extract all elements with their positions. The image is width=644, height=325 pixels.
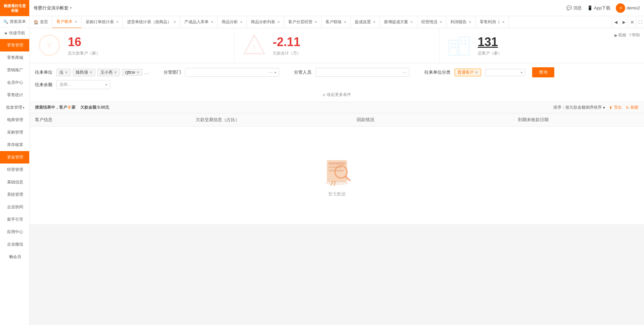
sidebar-item-app-center[interactable]: 应用中心 (0, 226, 29, 238)
filter-tag-cjttcw-close[interactable]: ✕ (136, 70, 139, 75)
tab-scroll-right[interactable]: ▶ (620, 16, 628, 28)
video-help-button[interactable]: ▶ 视频 (614, 32, 626, 38)
tab-close-all[interactable]: ✕ (628, 16, 636, 28)
sidebar-item-marketing[interactable]: 营销推广 (0, 64, 29, 76)
sidebar-item-enterprise[interactable]: 企业协同 (0, 201, 29, 213)
collapse-button[interactable]: ∧ 收起更多条件 (323, 92, 351, 98)
app-download-button[interactable]: 📱 App下载 (587, 5, 610, 11)
tab-close-customer-contact[interactable]: ✕ (344, 20, 346, 24)
filter-row-2: 往来余额 选择... ▾ (35, 80, 639, 89)
sidebar-item-retail-mall[interactable]: 零售商城 (0, 51, 29, 64)
search-result-text: 搜索结果中，客户 0 家 欠款金额 0.00元 (35, 105, 109, 110)
tab-product-analysis-list[interactable]: 商品分析列表 ✕ (247, 16, 284, 28)
sidebar-item-new-guide[interactable]: 新手引导 (0, 213, 29, 226)
tab-close-business-status[interactable]: ✕ (439, 20, 442, 24)
tab-retail-profit[interactable]: 零售利润（ ✕ (476, 16, 509, 28)
tab-close-profit-report[interactable]: ✕ (469, 20, 471, 24)
sidebar-item-batch-mgmt[interactable]: 批发管理 ▾ (0, 101, 29, 114)
tab-profit-report[interactable]: 利润报告 ✕ (446, 16, 476, 28)
sort-selector[interactable]: 排序：按欠款金额倒序排序 ▾ (553, 105, 605, 110)
tab-close-reminder-settings[interactable]: ✕ (373, 20, 376, 24)
table-col-repayment: 回款情况 (357, 117, 518, 123)
export-button[interactable]: ⬇ 导出 (609, 105, 622, 110)
sidebar-item-inventory[interactable]: 库存核算 (0, 139, 29, 151)
workspace-name: 母婴行业演示帐套 (34, 5, 69, 11)
star-icon: ★ (4, 31, 8, 36)
filter-tag-cjttcw[interactable]: cjttcw ✕ (122, 69, 142, 76)
main-area: 母婴行业演示帐套 ▾ 💬 消息 📱 App下载 d demo2 (30, 0, 644, 325)
sidebar-item-sys-mgmt[interactable]: 系统管理 (0, 188, 29, 201)
query-button[interactable]: 查询 (532, 67, 554, 77)
stat-block-debt: ! -2.11 欠款合计（万） (234, 28, 439, 63)
filter-unit-more[interactable]: ... (144, 69, 149, 75)
filter-person-select[interactable]: ··· (315, 68, 410, 77)
stat2-label: 欠款合计（万） (273, 50, 301, 56)
tab-business-status[interactable]: 经营情况 ✕ (417, 16, 446, 28)
tab-scroll-left[interactable]: ◀ (612, 16, 620, 28)
tab-close-new-achievement[interactable]: ✕ (410, 20, 413, 24)
sidebar-item-ops[interactable]: 经营管理 (0, 164, 29, 176)
tab-close-production-in[interactable]: ✕ (211, 20, 213, 24)
sidebar-item-basic-info[interactable]: 基础信息 (0, 176, 29, 188)
tab-close-inventory-stats[interactable]: ✕ (173, 20, 176, 24)
sidebar-item-ecommerce[interactable]: 电商管理 (0, 114, 29, 126)
building-bg-icon (447, 33, 471, 57)
tab-maximize[interactable]: ⛶ (636, 16, 644, 28)
refresh-icon: ↻ (626, 105, 629, 110)
tab-close-purchase-orders[interactable]: ✕ (116, 20, 119, 24)
tab-bar: 🏠 首页 客户账本 ✕ 采购订单统计表 ✕ 进货单统计表（按商品） ✕ 产成品入… (30, 16, 644, 28)
search-result-bar: 搜索结果中，客户 0 家 欠款金额 0.00元 排序：按欠款金额倒序排序 ▾ ⬇… (30, 102, 644, 113)
tab-close-customer-tier[interactable]: ✕ (314, 20, 317, 24)
filter-category-tag-general[interactable]: 普通客户 ✕ (455, 69, 481, 76)
filter-tag-chen-close[interactable]: ✕ (89, 70, 92, 75)
tab-close-accounts[interactable]: ✕ (75, 20, 77, 24)
tab-product-analysis[interactable]: 商品分析 ✕ (218, 16, 247, 28)
filter-category-tag-close[interactable]: ✕ (475, 70, 478, 75)
tab-production-in[interactable]: 产成品入库单 ✕ (180, 16, 218, 28)
tab-home[interactable]: 🏠 首页 (30, 16, 52, 28)
tab-customer-contact[interactable]: 客户联络 ✕ (321, 16, 351, 28)
sort-label: 排序：按欠款金额倒序排序 (553, 105, 602, 110)
sidebar-quick-nav[interactable]: ★ 快捷导航 (0, 28, 29, 39)
sidebar-item-enterprise-wx[interactable]: 企业微信 (0, 238, 29, 251)
filter-category-select[interactable]: ▾ (485, 69, 525, 76)
tab-close-product-analysis-list[interactable]: ✕ (277, 20, 280, 24)
table-col-debt-info: 欠款交易信息（占比） (196, 117, 357, 123)
empty-text: 暂无数据 (328, 191, 346, 197)
sidebar-item-purchase-mgmt[interactable]: 采购管理 (0, 126, 29, 139)
sidebar-search[interactable]: 🔍 搜索菜单 (0, 16, 29, 28)
sidebar-item-retail-mgmt[interactable]: 零售管理 (0, 39, 29, 51)
tab-accounts[interactable]: 客户账本 ✕ (52, 16, 82, 28)
workspace-selector[interactable]: 母婴行业演示帐套 ▾ (34, 5, 72, 11)
tab-close-retail-profit[interactable]: ✕ (502, 20, 505, 24)
tab-purchase-orders[interactable]: 采购订单统计表 ✕ (82, 16, 123, 28)
refresh-button[interactable]: ↻ 刷新 (626, 105, 639, 110)
tab-reminder-settings[interactable]: 提成设置 ✕ (351, 16, 380, 28)
tab-customer-tier[interactable]: 客户分层经营 ✕ (284, 16, 321, 28)
filter-tag-wu[interactable]: 伍 ✕ (56, 69, 71, 76)
filter-dept-select[interactable]: ··· ▾ (185, 68, 279, 77)
sidebar-item-retail-stats[interactable]: 零售统计 (0, 89, 29, 101)
search-icon: 🔍 (3, 20, 8, 24)
filter-tag-wang[interactable]: 王小亮 ✕ (97, 69, 120, 76)
svg-rect-10 (461, 39, 463, 41)
tab-new-achievement[interactable]: 新增提成方案 ✕ (380, 16, 417, 28)
sort-arrow-icon: ▾ (603, 105, 605, 110)
filter-row-1: 往来单位 伍 ✕ 陈民强 ✕ 王小亮 ✕ (35, 67, 639, 77)
stat3-label: 总客户（家） (478, 50, 502, 56)
message-button[interactable]: 💬 消息 (566, 5, 582, 11)
filter-tag-wang-close[interactable]: ✕ (114, 70, 117, 75)
tab-close-product-analysis[interactable]: ✕ (240, 20, 243, 24)
help-button[interactable]: ? 帮助 (629, 32, 640, 38)
filter-tag-wu-close[interactable]: ✕ (65, 70, 68, 75)
tab-inventory-stats[interactable]: 进货单统计表（按商品） ✕ (123, 16, 180, 28)
sidebar-item-vip[interactable]: 畅会员 (0, 251, 29, 263)
sidebar-item-member-center[interactable]: 会员中心 (0, 76, 29, 89)
sidebar-item-capital[interactable]: 资金管理 (0, 151, 29, 164)
filter-balance-select[interactable]: 选择... ▾ (56, 80, 110, 89)
content-area: ¥ 16 总欠款客户（家） ! (30, 28, 644, 325)
user-profile[interactable]: d demo2 (616, 3, 640, 13)
svg-rect-11 (464, 39, 466, 41)
filter-balance-label: 往来余额 (35, 82, 52, 88)
filter-tag-chen[interactable]: 陈民强 ✕ (73, 69, 95, 76)
